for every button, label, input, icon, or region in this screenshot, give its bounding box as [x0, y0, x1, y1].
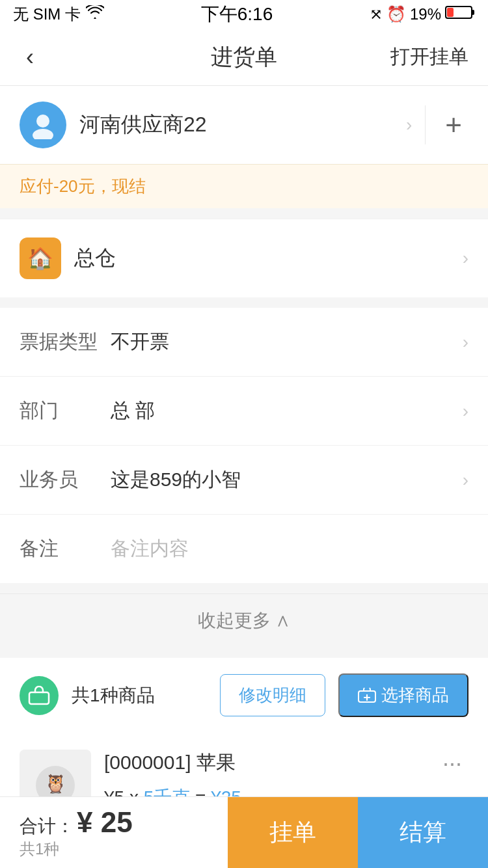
total-amount: ¥ 25 — [77, 806, 133, 839]
remark-row[interactable]: 备注 备注内容 — [0, 515, 488, 583]
sales-value: 这是859的小智 — [98, 467, 463, 493]
open-pending-button[interactable]: 打开挂单 — [390, 44, 468, 70]
page-title: 进货单 — [211, 42, 277, 72]
supplier-row[interactable]: 河南供应商22 › + — [0, 86, 488, 164]
product-count-icon — [20, 676, 59, 715]
select-product-label: 选择商品 — [381, 684, 449, 707]
supplier-notice: 应付-20元，现结 — [0, 164, 488, 208]
sales-row[interactable]: 业务员 这是859的小智 › — [0, 446, 488, 515]
product-code: [0000001] — [104, 752, 191, 773]
svg-rect-5 — [29, 692, 49, 704]
status-time: 下午6:16 — [201, 2, 273, 27]
product-header: 共1种商品 修改明细 选择商品 — [0, 658, 488, 733]
product-count-text: 共1种商品 — [72, 683, 207, 708]
svg-point-4 — [33, 129, 53, 139]
sales-chevron-icon: › — [463, 470, 468, 491]
alarm-icon: ⏰ — [386, 5, 406, 23]
modify-detail-button[interactable]: 修改明细 — [220, 674, 325, 716]
product-title: 苹果 — [197, 752, 236, 773]
warehouse-row[interactable]: 🏠 总仓 › — [0, 219, 488, 297]
product-more-icon[interactable]: ··· — [436, 750, 468, 777]
add-supplier-icon[interactable]: + — [439, 109, 468, 141]
warehouse-section: 🏠 总仓 › — [0, 219, 488, 297]
checkout-button[interactable]: 结算 — [358, 797, 488, 869]
collapse-bar[interactable]: 收起更多 ∧ — [0, 593, 488, 647]
total-sub: 共1种 — [20, 839, 208, 860]
product-name: [0000001] 苹果 — [104, 750, 423, 776]
back-button[interactable]: ‹ — [20, 37, 40, 77]
bottom-bar: 合计： ¥ 25 共1种 挂单 结算 — [0, 796, 488, 868]
form-section: 票据类型 不开票 › 部门 总 部 › 业务员 这是859的小智 › 备注 备注… — [0, 308, 488, 583]
status-right: ⤧ ⏰ 19% — [370, 5, 475, 23]
supplier-avatar — [20, 102, 66, 148]
svg-text:🦉: 🦉 — [44, 773, 67, 794]
nav-bar: ‹ 进货单 打开挂单 — [0, 29, 488, 86]
supplier-section: 河南供应商22 › + 应付-20元，现结 — [0, 86, 488, 208]
dept-row[interactable]: 部门 总 部 › — [0, 377, 488, 446]
pend-button[interactable]: 挂单 — [228, 797, 358, 869]
sales-label: 业务员 — [20, 467, 98, 493]
dept-value: 总 部 — [98, 398, 463, 424]
status-bar: 无 SIM 卡 下午6:16 ⤧ ⏰ 19% — [0, 0, 488, 29]
warehouse-chevron-icon: › — [463, 248, 468, 269]
supplier-chevron-icon: › — [406, 115, 412, 135]
svg-rect-2 — [447, 8, 454, 17]
invoice-label: 票据类型 — [20, 329, 98, 355]
invoice-value: 不开票 — [98, 329, 463, 355]
vertical-divider — [425, 105, 426, 144]
carrier-label: 无 SIM 卡 — [13, 4, 81, 25]
remark-input[interactable]: 备注内容 — [98, 536, 468, 562]
select-product-button[interactable]: 选择商品 — [338, 673, 468, 717]
battery-label: 19% — [410, 5, 441, 23]
total-label: 合计： — [20, 814, 74, 839]
invoice-chevron-icon: › — [463, 332, 468, 353]
status-left: 无 SIM 卡 — [13, 4, 104, 25]
svg-point-3 — [36, 115, 49, 128]
warehouse-name: 总仓 — [74, 244, 463, 273]
dept-chevron-icon: › — [463, 401, 468, 422]
total-section: 合计： ¥ 25 共1种 — [0, 806, 228, 860]
location-icon: ⤧ — [370, 5, 383, 23]
collapse-label: 收起更多 ∧ — [198, 610, 291, 631]
svg-rect-1 — [472, 10, 474, 15]
battery-icon — [445, 5, 475, 23]
remark-label: 备注 — [20, 536, 98, 562]
warehouse-icon: 🏠 — [20, 237, 61, 279]
wifi-icon — [86, 5, 104, 23]
supplier-name: 河南供应商22 — [79, 111, 406, 139]
dept-label: 部门 — [20, 398, 98, 424]
invoice-row[interactable]: 票据类型 不开票 › — [0, 308, 488, 377]
